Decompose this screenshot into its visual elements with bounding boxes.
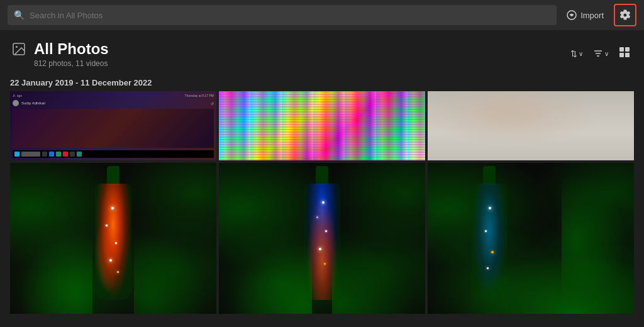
search-icon: 🔍	[14, 10, 25, 20]
screenshot-action-icon: ↺	[211, 101, 214, 106]
svg-point-3	[16, 46, 18, 48]
svg-rect-4	[619, 47, 624, 52]
settings-icon	[619, 9, 631, 21]
page-title-row: All Photos	[10, 40, 109, 58]
taskbar-icon-3	[63, 152, 68, 157]
taskbar-whatsapp-icon	[77, 152, 82, 157]
photo-item-4[interactable]	[10, 163, 216, 314]
page-subtitle: 812 photos, 11 videos	[34, 59, 109, 68]
sort-icon: ⇅	[570, 49, 577, 58]
screenshot-username: Sudip Adhikari	[21, 101, 45, 105]
photo-item-1[interactable]: Jr. ago Thursday at 9:17 PM Sudip Adhika…	[10, 91, 216, 160]
filter-icon	[593, 48, 603, 58]
photo-5-foliage-left	[219, 231, 312, 314]
taskbar-icon-2	[56, 152, 61, 157]
import-icon	[567, 10, 577, 20]
sort-button[interactable]: ⇅ ∨	[567, 47, 587, 61]
import-button[interactable]: Import	[562, 8, 609, 23]
date-range: 22 January 2019 - 11 December 2022	[0, 73, 644, 91]
settings-button[interactable]	[614, 4, 636, 26]
filter-button[interactable]: ∨	[589, 46, 613, 61]
photo-6-foliage-right	[562, 163, 634, 314]
page-title: All Photos	[34, 40, 109, 58]
screenshot-time-left: Jr. ago	[13, 94, 22, 97]
svg-rect-7	[625, 53, 630, 57]
photo-4-foliage-left	[10, 223, 92, 314]
taskbar-edge-icon	[49, 152, 54, 157]
taskbar-icon-4	[70, 152, 75, 157]
filter-chevron: ∨	[604, 50, 609, 57]
search-bar-taskbar	[21, 152, 40, 157]
search-bar[interactable]: 🔍	[8, 5, 557, 25]
screenshot-time-right: Thursday at 9:17 PM	[185, 94, 214, 97]
photo-item-2[interactable]	[219, 91, 425, 160]
import-label: Import	[580, 11, 604, 20]
grid-icon	[619, 47, 630, 58]
view-toggle-button[interactable]	[615, 44, 634, 63]
svg-rect-5	[625, 47, 630, 52]
photo-grid: Jr. ago Thursday at 9:17 PM Sudip Adhika…	[0, 91, 644, 314]
svg-rect-6	[619, 53, 624, 57]
taskbar-icon-1	[42, 152, 47, 157]
windows-icon	[14, 152, 19, 157]
page-header: All Photos 812 photos, 11 videos ⇅ ∨ ∨	[0, 30, 644, 73]
screenshot-avatar	[13, 100, 19, 106]
photo-item-5[interactable]	[219, 163, 425, 314]
photo-5-foliage-right	[332, 231, 425, 314]
app-header: 🔍 Import	[0, 0, 644, 30]
photo-4-foliage-right	[134, 223, 216, 314]
search-input[interactable]	[30, 11, 550, 20]
page-title-area: All Photos 812 photos, 11 videos	[10, 40, 109, 68]
bottle-4-shape	[91, 166, 135, 304]
photo-item-6[interactable]	[428, 163, 634, 314]
all-photos-icon	[10, 40, 28, 58]
screenshot-taskbar	[13, 150, 214, 158]
toolbar: ⇅ ∨ ∨	[567, 44, 634, 63]
photo-item-3[interactable]	[428, 91, 634, 160]
sort-chevron: ∨	[579, 50, 583, 57]
header-actions: Import	[562, 4, 636, 26]
svg-point-1	[570, 14, 573, 16]
